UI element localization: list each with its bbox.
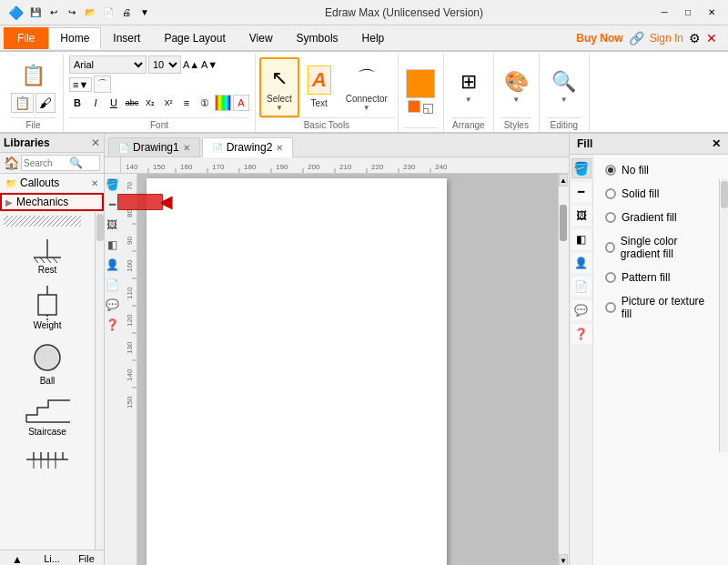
fill-option-no-fill[interactable]: No fill [601,160,721,180]
side-help-icon[interactable]: ❓ [105,316,119,334]
library-item-callouts[interactable]: 📁 Callouts ✕ [0,174,104,193]
drawing1-close[interactable]: ✕ [183,143,190,153]
side-chat-icon[interactable]: 💬 [105,296,119,314]
shape-item-weight[interactable]: Weight [4,281,91,333]
redo-btn[interactable]: ↪ [64,5,80,21]
drawing2-close[interactable]: ✕ [276,143,283,153]
dropdown-btn[interactable]: ▼ [136,5,153,21]
document-tabs: 📄 Drawing1 ✕ 📄 Drawing2 ✕ [105,134,569,157]
undo-btn[interactable]: ↩ [46,5,62,21]
connector-btn[interactable]: ⌒ Connector ▼ [339,57,394,116]
tab-help[interactable]: Help [350,27,397,49]
tab-page-layout[interactable]: Page Layout [152,27,237,49]
color-grid-btn[interactable] [215,95,231,111]
lib-nav1-btn[interactable]: Li... [35,550,69,565]
gear-icon[interactable]: ⚙ [689,31,701,45]
print-btn[interactable]: 🖨 [118,5,135,21]
list-btn[interactable]: ≡ [178,95,195,111]
shape-item-staircase[interactable]: Staircase [4,392,91,439]
fill-side-icons: 🪣 ━ 🖼 ◧ 👤 📄 💬 ❓ [570,155,593,565]
tab-file[interactable]: File [4,27,48,49]
bold-btn[interactable]: B [69,95,86,111]
tab-insert[interactable]: Insert [101,27,152,49]
fill-option-texture-label: Picture or texture fill [622,295,716,320]
clipboard-btn[interactable]: 📋 [17,60,49,91]
tab-home[interactable]: Home [48,27,101,49]
arrange-icon: ⊞ [460,70,477,94]
canvas-vscroll[interactable]: ▲ ▼ [558,174,569,565]
canvas-scroll-area[interactable]: ▲ ▼ ◀ ▶ [137,174,569,565]
fill-option-solid[interactable]: Solid fill [601,184,721,204]
text-curve-btn[interactable]: ⌒ [94,76,111,93]
side-fill-icon[interactable]: 🪣 [105,176,119,194]
increase-font-btn[interactable]: A▲ [183,56,199,73]
font-size-select[interactable]: 10 [148,55,181,74]
canvas-area: 📄 Drawing1 ✕ 📄 Drawing2 ✕ 140 150 [105,134,569,565]
title-left: 🔷 💾 ↩ ↪ 📂 📄 🖨 ▼ [7,5,153,21]
new-btn[interactable]: 📄 [100,5,116,21]
lib-up-btn[interactable]: ▲ [0,550,35,565]
minimize-button[interactable]: ─ [655,6,673,19]
side-person-icon[interactable]: 👤 [105,256,119,274]
shape-item-extra[interactable] [4,443,91,476]
libraries-close-btn[interactable]: ✕ [91,136,100,149]
doc-tab-drawing1[interactable]: 📄 Drawing1 ✕ [108,137,200,156]
side-page-icon[interactable]: 📄 [105,276,119,294]
fill-panel-vscroll[interactable] [719,179,728,452]
lib-v-scrollbar[interactable] [95,212,104,550]
fill-shadow2-icon[interactable]: ◧ [571,229,592,249]
fill-page2-icon[interactable]: 📄 [571,277,592,297]
fill-option-single-gradient[interactable]: Single color gradient fill [601,231,721,264]
lib-nav2-btn[interactable]: File Re... [69,550,104,565]
text-btn[interactable]: A Text [301,57,338,114]
fill-option-gradient[interactable]: Gradient fill [601,207,721,227]
side-shadow-icon[interactable]: ◧ [105,236,119,254]
search-icon[interactable]: 🔍 [69,156,83,169]
weight-icon [29,284,66,320]
paste-special-btn[interactable]: 📋 [11,93,34,113]
sign-in-btn[interactable]: Sign In [650,32,683,45]
callouts-close-btn[interactable]: ✕ [91,178,98,188]
svg-line-7 [53,257,57,263]
fill-option-texture[interactable]: Picture or texture fill [601,291,721,324]
fill-help2-icon[interactable]: ❓ [571,324,592,344]
font-color-btn[interactable]: A [233,95,249,111]
close-button[interactable]: ✕ [703,6,721,19]
fill-img-icon[interactable]: 🖼 [571,206,592,226]
close-x-icon[interactable]: ✕ [706,31,717,45]
shape-item-ball[interactable]: Ball [4,337,91,388]
align-dropdown-btn[interactable]: ≡▼ [69,77,92,92]
tab-symbols[interactable]: Symbols [285,27,350,49]
line-color-btn[interactable] [408,100,420,113]
save-btn[interactable]: 💾 [27,5,44,21]
fill-close-btn[interactable]: ✕ [712,137,721,150]
doc-tab-drawing2[interactable]: 📄 Drawing2 ✕ [202,137,294,157]
fill-person2-icon[interactable]: 👤 [571,253,592,273]
fill-bucket-icon[interactable]: 🪣 [571,158,592,178]
fill-line-icon[interactable]: ━ [571,182,592,202]
strikethrough-btn[interactable]: abc [124,95,140,111]
italic-btn[interactable]: I [87,95,104,111]
subscript-btn[interactable]: X₂ [142,95,158,111]
side-image-icon[interactable]: 🖼 [105,216,119,234]
shadow-btn[interactable]: ◱ [422,100,434,115]
font-family-select[interactable]: Arial [69,55,147,74]
numbered-list-btn[interactable]: ① [197,95,213,111]
maximize-button[interactable]: □ [679,6,697,19]
share-icon[interactable]: 🔗 [629,31,644,45]
decrease-font-btn[interactable]: A▼ [201,56,217,73]
select-btn[interactable]: ↖ Select ▼ [259,57,299,117]
tab-view[interactable]: View [238,27,285,49]
fill-option-pattern[interactable]: Pattern fill [601,267,721,288]
shape-item-rest[interactable]: Rest [4,235,91,277]
format-painter-btn[interactable]: 🖌 [35,93,56,113]
open-btn[interactable]: 📂 [82,5,98,21]
library-search-input[interactable] [21,155,100,171]
fill-color-btn[interactable] [406,69,435,98]
buy-now-btn[interactable]: Buy Now [576,32,622,45]
superscript-btn[interactable]: X² [160,95,177,111]
home-icon[interactable]: 🏠 [4,156,19,170]
fill-chat2-icon[interactable]: 💬 [571,300,592,320]
library-item-mechanics[interactable]: ▶ Mechanics ◀ [0,193,104,212]
underline-btn[interactable]: U [106,95,122,111]
